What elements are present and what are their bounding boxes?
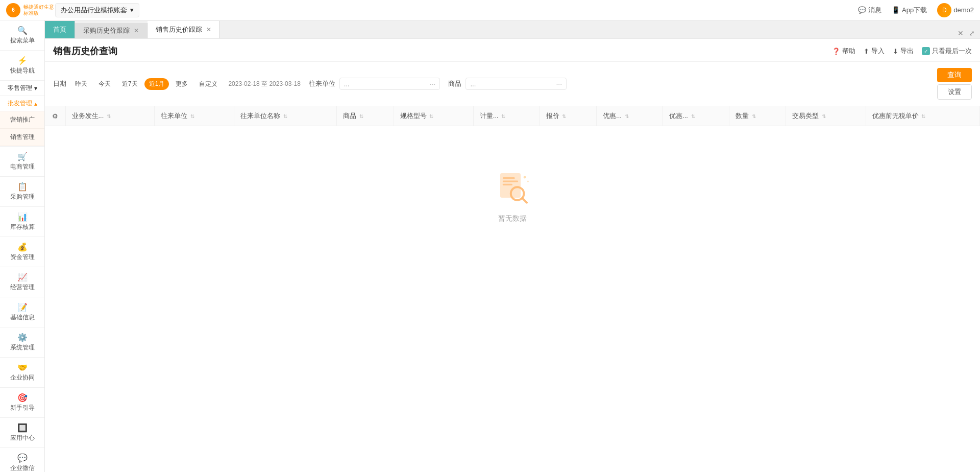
table-wrapper: ⚙ 业务发生... ⇅ 往来单位 ⇅ 往来单位名称 ⇅ 商品 ⇅ 规格型号 ⇅ …: [45, 106, 980, 264]
tab-sales-history-close[interactable]: ✕: [206, 26, 211, 33]
date-btn-7days[interactable]: 近7天: [117, 78, 142, 90]
th-spec[interactable]: 规格型号 ⇅: [394, 106, 473, 126]
date-range-text: 2023-02-18 至 2023-03-18: [228, 80, 300, 88]
partner-filter-group: 往来单位 ···: [309, 78, 440, 90]
tab-sales-history[interactable]: 销售历史价跟踪 ✕: [148, 21, 220, 38]
import-btn[interactable]: ⬆ 导入: [864, 46, 885, 56]
query-button[interactable]: 查询: [937, 68, 972, 82]
partner-input-wrapper: ···: [339, 78, 440, 90]
message-icon: 💬: [858, 6, 866, 14]
date-btn-custom[interactable]: 自定义: [194, 78, 222, 90]
th-partner-name[interactable]: 往来单位名称 ⇅: [234, 106, 337, 126]
th-gear[interactable]: ⚙: [45, 106, 65, 126]
checkbox-checked-icon: ✓: [922, 47, 930, 55]
th-product[interactable]: 商品 ⇅: [337, 106, 394, 126]
product-picker-btn[interactable]: ···: [556, 80, 562, 88]
svg-rect-3: [503, 184, 512, 185]
svg-point-6: [524, 176, 526, 179]
message-btn[interactable]: 💬 消息: [858, 6, 881, 15]
guide-icon: 🎯: [17, 393, 28, 403]
export-btn[interactable]: ⬇ 导出: [893, 46, 914, 56]
filter-bar: 日期 昨天 今天 近7天 近1月 更多 自定义 2023-02-18 至 202…: [45, 62, 980, 106]
sidebar-item-wholesale-mgmt[interactable]: 批发管理 ▴: [0, 96, 44, 111]
header-right: 💬 消息 📱 App下载 D demo2: [858, 3, 974, 17]
logo-text: 畅捷通好生意 标准版: [23, 4, 54, 16]
settings-button[interactable]: 设置: [937, 84, 972, 100]
date-btn-yesterday[interactable]: 昨天: [70, 78, 92, 90]
app-download-btn[interactable]: 📱 App下载: [892, 6, 927, 15]
th-pretax-price[interactable]: 优惠前无税单价 ⇅: [866, 106, 979, 126]
ops-icon: 📈: [17, 272, 28, 282]
sub-item-marketing[interactable]: 营销推广: [0, 111, 44, 129]
sidebar-item-new-guide[interactable]: 🎯 新手引导: [0, 388, 44, 418]
svg-point-7: [527, 180, 529, 182]
th-trade-type[interactable]: 交易类型 ⇅: [786, 106, 866, 126]
page-title-bar: 销售历史价查询 ❓ 帮助 ⬆ 导入 ⬇ 导出 ✓: [45, 39, 980, 62]
product-input-wrapper: ···: [465, 78, 567, 90]
th-qty[interactable]: 数量 ⇅: [729, 106, 786, 126]
date-label: 日期: [53, 79, 66, 88]
tab-purchase-history[interactable]: 采购历史价跟踪 ✕: [75, 23, 148, 38]
sidebar-item-purchase[interactable]: 📋 采购管理: [0, 177, 44, 207]
data-table: ⚙ 业务发生... ⇅ 往来单位 ⇅ 往来单位名称 ⇅ 商品 ⇅ 规格型号 ⇅ …: [45, 106, 980, 126]
tab-purchase-history-close[interactable]: ✕: [134, 27, 139, 34]
sidebar-item-ops[interactable]: 📈 经营管理: [0, 267, 44, 297]
date-filter-group: 日期 昨天 今天 近7天 近1月 更多 自定义 2023-02-18 至 202…: [53, 78, 301, 90]
filter-buttons: 查询 设置: [937, 68, 972, 100]
tab-home[interactable]: 首页: [45, 21, 75, 38]
th-unit[interactable]: 计量... ⇅: [473, 106, 540, 126]
only-last-checkbox[interactable]: ✓ 只看最后一次: [922, 46, 972, 56]
partner-picker-btn[interactable]: ···: [430, 80, 436, 88]
svg-line-5: [522, 198, 527, 203]
chevron-up-icon: ▴: [34, 100, 37, 107]
sidebar-item-finance[interactable]: 💰 资金管理: [0, 237, 44, 267]
workspace-selector[interactable]: 办公用品行业模拟账套 ▾: [55, 3, 139, 17]
sidebar-item-app-center[interactable]: 🔲 应用中心: [0, 418, 44, 448]
system-icon: ⚙️: [17, 333, 28, 342]
sidebar-item-search-menu[interactable]: 🔍 搜索菜单: [0, 20, 44, 51]
svg-rect-1: [503, 177, 515, 179]
content-area: 首页 采购历史价跟踪 ✕ 销售历史价跟踪 ✕ ✕ ⤢ 销售历史价查询: [45, 20, 980, 472]
sidebar-item-inventory[interactable]: 📊 库存核算: [0, 207, 44, 237]
finance-icon: 💰: [17, 242, 28, 252]
date-btn-1month[interactable]: 近1月: [144, 78, 169, 90]
help-btn[interactable]: ❓ 帮助: [832, 46, 855, 56]
top-header: 6 畅捷通好生意 标准版 办公用品行业模拟账套 ▾ 💬 消息 📱 App下载 D…: [0, 0, 980, 20]
sub-item-sales-mgmt[interactable]: 销售管理: [0, 129, 44, 146]
help-icon: ❓: [832, 48, 840, 55]
page-title: 销售历史价查询: [53, 45, 117, 57]
product-filter-group: 商品 ···: [448, 78, 567, 90]
svg-rect-2: [503, 180, 518, 182]
date-btn-today[interactable]: 今天: [94, 78, 115, 90]
main-layout: 🔍 搜索菜单 ⚡ 快捷导航 零售管理 ▾ 批发管理 ▴ 营销推广 销售管理 🛒 …: [0, 20, 980, 472]
dropdown-icon: ▾: [130, 6, 134, 14]
tab-bar-actions: ✕ ⤢: [952, 28, 980, 38]
th-discount1[interactable]: 优惠... ⇅: [597, 106, 663, 126]
partner-input[interactable]: [344, 80, 430, 88]
sidebar-item-basic-info[interactable]: 📝 基础信息: [0, 297, 44, 327]
quick-nav-icon: ⚡: [17, 56, 28, 65]
page-content: 销售历史价查询 ❓ 帮助 ⬆ 导入 ⬇ 导出 ✓: [45, 39, 980, 472]
product-input[interactable]: [470, 80, 556, 88]
tab-close-all-btn[interactable]: ✕: [957, 28, 965, 38]
sidebar-item-system[interactable]: ⚙️ 系统管理: [0, 327, 44, 358]
th-biz-date[interactable]: 业务发生... ⇅: [65, 106, 155, 126]
user-avatar-area[interactable]: D demo2: [937, 3, 974, 17]
sidebar-item-ecommerce[interactable]: 🛒 电商管理: [0, 147, 44, 177]
date-btn-more[interactable]: 更多: [171, 78, 192, 90]
wechat-icon: 💬: [17, 453, 28, 463]
sidebar-item-enterprise-collab[interactable]: 🤝 企业协同: [0, 358, 44, 388]
search-icon: 🔍: [17, 26, 28, 35]
th-price[interactable]: 报价 ⇅: [540, 106, 596, 126]
sidebar-item-retail-mgmt[interactable]: 零售管理 ▾: [0, 81, 44, 96]
inventory-icon: 📊: [17, 212, 28, 222]
export-icon: ⬇: [893, 48, 898, 55]
partner-label: 往来单位: [309, 79, 335, 88]
table-header: ⚙ 业务发生... ⇅ 往来单位 ⇅ 往来单位名称 ⇅ 商品 ⇅ 规格型号 ⇅ …: [45, 106, 980, 126]
th-partner-code[interactable]: 往来单位 ⇅: [155, 106, 234, 126]
sidebar-item-enterprise-wechat[interactable]: 💬 企业微信: [0, 448, 44, 472]
sidebar: 🔍 搜索菜单 ⚡ 快捷导航 零售管理 ▾ 批发管理 ▴ 营销推广 销售管理 🛒 …: [0, 20, 45, 472]
sidebar-item-quick-nav[interactable]: ⚡ 快捷导航: [0, 51, 44, 81]
tab-expand-btn[interactable]: ⤢: [968, 28, 976, 38]
th-discount2[interactable]: 优惠... ⇅: [663, 106, 729, 126]
